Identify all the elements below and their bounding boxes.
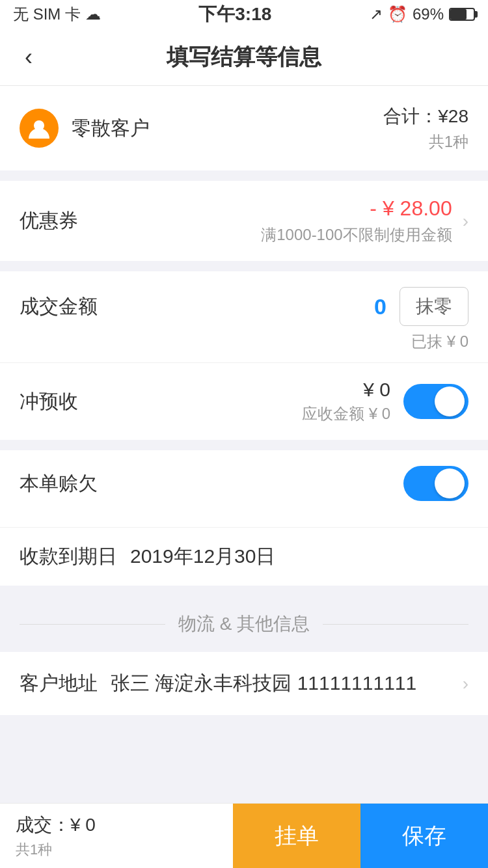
status-bar: 无 SIM 卡 ☁ 下午3:18 ↗ ⏰ 69% [0, 0, 488, 29]
total-count: 共1种 [383, 131, 468, 152]
deal-sub: 已抹 ¥ 0 [20, 331, 468, 352]
coupon-value: - ¥ 28.00 [261, 197, 452, 221]
prepay-right: ¥ 0 应收金额 ¥ 0 [302, 379, 468, 424]
address-label: 客户地址 [20, 670, 98, 697]
debt-card: 本单赊欠 收款到期日 2019年12月30日 [0, 450, 488, 586]
back-button[interactable]: ‹ [18, 37, 39, 77]
prepay-amount: ¥ 0 [302, 379, 390, 401]
status-left: 无 SIM 卡 ☁ [13, 4, 101, 25]
prepay-sub: 应收金额 ¥ 0 [302, 403, 390, 424]
debt-toggle[interactable] [403, 466, 468, 501]
toggle-knob [435, 387, 465, 416]
sim-status: 无 SIM 卡 ☁ [13, 4, 101, 25]
address-value: 张三 海淀永丰科技园 11111111111 [111, 670, 463, 697]
alarm-icon: ⏰ [388, 5, 407, 23]
coupon-label: 优惠券 [20, 208, 78, 234]
due-date-value: 2019年12月30日 [130, 543, 275, 570]
customer-card: 零散客户 合计：¥28 共1种 [0, 86, 488, 170]
prepay-section: 冲预收 ¥ 0 应收金额 ¥ 0 [0, 362, 488, 440]
bottom-count: 共1种 [16, 840, 217, 860]
due-date-label: 收款到期日 [20, 543, 117, 570]
round-button[interactable]: 抹零 [400, 287, 468, 326]
save-button[interactable]: 保存 [360, 804, 488, 868]
debt-section: 本单赊欠 [0, 450, 488, 517]
status-right: ↗ ⏰ 69% [370, 5, 475, 23]
prepay-toggle[interactable] [403, 384, 468, 419]
customer-name: 零散客户 [72, 115, 150, 142]
page-title: 填写结算等信息 [167, 42, 321, 72]
deal-amount-section: 成交金额 0 抹零 已抹 ¥ 0 [0, 271, 488, 352]
address-chevron-icon: › [463, 673, 468, 694]
customer-left: 零散客户 [20, 109, 150, 148]
prepay-values: ¥ 0 应收金额 ¥ 0 [302, 379, 390, 424]
battery-icon [449, 8, 475, 21]
coupon-sub: 满1000-100不限制使用金额 [261, 224, 452, 245]
bottom-deal-text: 成交：¥ 0 [16, 813, 217, 837]
debt-toggle-knob [435, 468, 465, 498]
content: 零散客户 合计：¥28 共1种 优惠券 - ¥ 28.00 满1000-100不… [0, 86, 488, 804]
bottom-deal-label: 成交： [16, 815, 70, 835]
deal-label: 成交金额 [20, 293, 98, 320]
debt-label: 本单赊欠 [20, 470, 98, 497]
total-amount: 合计：¥28 [383, 104, 468, 129]
coupon-card[interactable]: 优惠券 - ¥ 28.00 满1000-100不限制使用金额 › [0, 181, 488, 261]
chevron-right-icon: › [463, 211, 468, 232]
deal-amount-value: 0 [374, 294, 386, 319]
deal-right: 0 抹零 [374, 287, 468, 326]
bottom-bar: 成交：¥ 0 共1种 挂单 保存 [0, 803, 488, 868]
logistics-divider: 物流 & 其他信息 [0, 596, 488, 652]
battery-percent: 69% [413, 5, 444, 23]
address-card[interactable]: 客户地址 张三 海淀永丰科技园 11111111111 › [0, 652, 488, 715]
avatar [20, 109, 59, 148]
bottom-deal-value: ¥ 0 [70, 815, 96, 835]
hang-button[interactable]: 挂单 [233, 804, 360, 868]
location-icon: ↗ [370, 5, 383, 23]
nav-bar: ‹ 填写结算等信息 [0, 29, 488, 86]
coupon-row[interactable]: 优惠券 - ¥ 28.00 满1000-100不限制使用金额 › [0, 181, 488, 261]
customer-total: 合计：¥28 共1种 [383, 104, 468, 152]
prepay-label: 冲预收 [20, 388, 78, 415]
deal-card: 成交金额 0 抹零 已抹 ¥ 0 冲预收 ¥ 0 应收金额 ¥ 0 [0, 271, 488, 440]
due-date-section: 收款到期日 2019年12月30日 [0, 527, 488, 586]
deal-row: 成交金额 0 抹零 [20, 287, 468, 326]
customer-row: 零散客户 合计：¥28 共1种 [0, 86, 488, 170]
coupon-right: - ¥ 28.00 满1000-100不限制使用金额 › [261, 197, 468, 245]
due-date-row: 收款到期日 2019年12月30日 [20, 543, 468, 570]
bottom-summary: 成交：¥ 0 共1种 [0, 804, 233, 868]
status-time: 下午3:18 [198, 2, 271, 27]
logistics-label: 物流 & 其他信息 [165, 614, 323, 634]
